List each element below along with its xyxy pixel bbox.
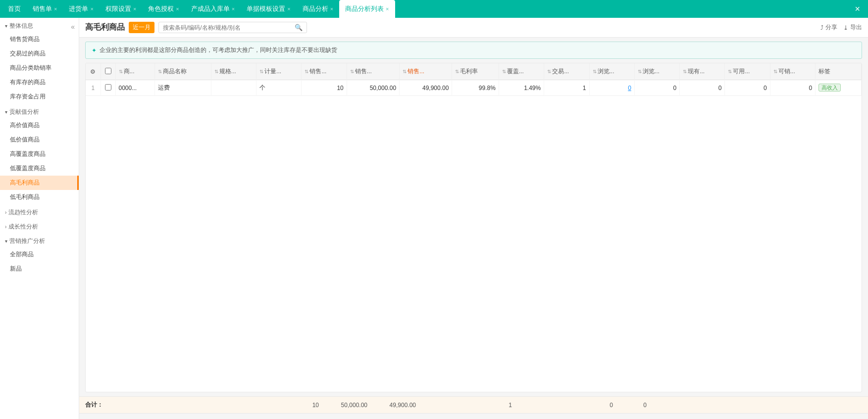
row-sales-amount: 50,000.00 bbox=[347, 80, 399, 96]
horizontal-scrollbar[interactable] bbox=[79, 413, 868, 419]
col-sales-amount[interactable]: ⇅销售... bbox=[347, 63, 399, 80]
nav-close-role-auth[interactable]: × bbox=[176, 6, 179, 12]
row-checkbox[interactable] bbox=[105, 84, 111, 91]
footer-sales-profit: 49,900.00 bbox=[371, 402, 416, 409]
nav-right: × bbox=[849, 4, 866, 14]
col-spec[interactable]: ⇅规格... bbox=[211, 63, 256, 80]
row-coverage: 1.49% bbox=[499, 80, 544, 96]
nav-close-product-inbound[interactable]: × bbox=[232, 6, 235, 12]
nav-permissions[interactable]: 权限设置 × bbox=[100, 0, 142, 18]
row-index: 1 bbox=[86, 80, 101, 96]
sidebar-collapse-button[interactable]: « bbox=[69, 22, 77, 32]
sidebar-item-in-stock-goods[interactable]: 有库存的商品 bbox=[0, 75, 79, 90]
search-box[interactable]: 🔍 bbox=[158, 22, 307, 33]
nav-close-template-settings[interactable]: × bbox=[287, 6, 290, 12]
search-icon[interactable]: 🔍 bbox=[295, 24, 303, 31]
sidebar-group-trend[interactable]: › 流趋性分析 bbox=[0, 204, 79, 219]
nav-product-analysis[interactable]: 商品分析 × bbox=[297, 0, 339, 18]
col-coverage[interactable]: ⇅覆盖... bbox=[499, 63, 544, 80]
settings-icon[interactable]: ⚙ bbox=[90, 68, 96, 75]
share-button[interactable]: ⤴ 分享 bbox=[820, 23, 837, 32]
time-filter-button[interactable]: 近一月 bbox=[129, 22, 154, 33]
row-current-stock: 0 bbox=[680, 80, 725, 96]
col-browse1[interactable]: ⇅浏览... bbox=[589, 63, 634, 80]
nav-purchase[interactable]: 进货单 × bbox=[63, 0, 99, 18]
nav-close-sales[interactable]: × bbox=[54, 6, 57, 12]
sidebar-item-high-coverage[interactable]: 高覆盖度商品 bbox=[0, 147, 79, 161]
nav-close-purchase[interactable]: × bbox=[90, 6, 93, 12]
sidebar-item-stock-capital[interactable]: 库存资金占用 bbox=[0, 90, 79, 104]
sidebar-item-category-sales-rate[interactable]: 商品分类助销率 bbox=[0, 61, 79, 75]
col-available-stock[interactable]: ⇅可用... bbox=[725, 63, 770, 80]
arrow-down-icon: ▾ bbox=[5, 23, 7, 29]
table-header-row: ⚙ ⇅商... ⇅商品名称 ⇅规格... ⇅计量... ⇅销售... ⇅销售..… bbox=[86, 63, 862, 80]
sidebar-item-high-value[interactable]: 高价值商品 bbox=[0, 118, 79, 133]
row-name: 运费 bbox=[155, 80, 211, 96]
col-current-stock[interactable]: ⇅现有... bbox=[680, 63, 725, 80]
sidebar-item-new-goods[interactable]: 新品 bbox=[0, 262, 79, 276]
nav-sales[interactable]: 销售单 × bbox=[27, 0, 63, 18]
info-icon: ✦ bbox=[92, 47, 97, 54]
col-settings[interactable]: ⚙ bbox=[86, 63, 101, 80]
col-checkbox[interactable] bbox=[101, 63, 115, 80]
row-code: 0000... bbox=[115, 80, 155, 96]
sidebar-item-low-margin[interactable]: 低毛利商品 bbox=[0, 190, 79, 204]
row-tag: 高收入 bbox=[816, 80, 862, 96]
content-header: 高毛利商品 近一月 🔍 ⤴ 分享 ⤓ 导出 bbox=[79, 18, 868, 38]
sidebar-item-low-value[interactable]: 低价值商品 bbox=[0, 133, 79, 147]
footer-available-stock: 0 bbox=[617, 402, 647, 409]
col-gross-margin[interactable]: ⇅毛利率 bbox=[452, 63, 499, 80]
sidebar: « ▾ 整体信息 销售货商品 交易过的商品 商品分类助销率 有库存的商品 库存资… bbox=[0, 18, 79, 419]
data-table-container[interactable]: ⚙ ⇅商... ⇅商品名称 ⇅规格... ⇅计量... ⇅销售... ⇅销售..… bbox=[85, 63, 862, 392]
info-text: 企业的主要的利润都是这部分商品创造的，可考虑加大推广，同时关注库存是不要出现缺货 bbox=[100, 46, 337, 54]
sidebar-group-growth[interactable]: › 成长性分析 bbox=[0, 219, 79, 233]
select-all-checkbox[interactable] bbox=[105, 68, 111, 74]
col-sellable-stock[interactable]: ⇅可销... bbox=[770, 63, 815, 80]
sidebar-item-sales-goods[interactable]: 销售货商品 bbox=[0, 32, 79, 47]
nav-close-permissions[interactable]: × bbox=[133, 6, 136, 12]
col-code[interactable]: ⇅商... bbox=[115, 63, 155, 80]
row-sellable-stock: 0 bbox=[770, 80, 815, 96]
col-unit[interactable]: ⇅计量... bbox=[256, 63, 302, 80]
nav-close-product-analysis-list[interactable]: × bbox=[386, 6, 389, 12]
sidebar-group-marketing[interactable]: ▾ 营销推广分析 bbox=[0, 233, 79, 247]
nav-product-inbound[interactable]: 产成品入库单 × bbox=[185, 0, 241, 18]
nav-close-product-analysis[interactable]: × bbox=[330, 6, 333, 12]
sidebar-item-low-coverage[interactable]: 低覆盖度商品 bbox=[0, 161, 79, 176]
export-button[interactable]: ⤓ 导出 bbox=[843, 23, 862, 32]
export-icon: ⤓ bbox=[843, 24, 848, 31]
data-table: ⚙ ⇅商... ⇅商品名称 ⇅规格... ⇅计量... ⇅销售... ⇅销售..… bbox=[86, 63, 862, 96]
col-transaction[interactable]: ⇅交易... bbox=[544, 63, 589, 80]
col-browse2[interactable]: ⇅浏览... bbox=[634, 63, 679, 80]
search-input[interactable] bbox=[163, 24, 295, 31]
table-row: 1 0000... 运费 个 10 50,000.00 49,900.00 99… bbox=[86, 80, 862, 96]
footer-transaction: 1 bbox=[487, 402, 512, 409]
sidebar-item-traded-goods[interactable]: 交易过的商品 bbox=[0, 47, 79, 61]
footer-sales-amount: 50,000.00 bbox=[323, 402, 367, 409]
row-spec bbox=[211, 80, 256, 96]
arrow-right-icon-2: › bbox=[5, 224, 6, 230]
row-browse2: 0 bbox=[634, 80, 679, 96]
col-sales-profit[interactable]: ⇅销售... bbox=[400, 63, 452, 80]
col-name[interactable]: ⇅商品名称 bbox=[155, 63, 211, 80]
col-tag: 标签 bbox=[816, 63, 862, 80]
page-title: 高毛利商品 bbox=[85, 22, 125, 33]
nav-template-settings[interactable]: 单据模板设置 × bbox=[241, 0, 296, 18]
nav-product-analysis-list[interactable]: 商品分析列表 × bbox=[339, 0, 395, 18]
row-browse1[interactable]: 0 bbox=[589, 80, 634, 96]
sidebar-item-high-margin[interactable]: 高毛利商品 bbox=[0, 176, 79, 190]
sidebar-item-all-goods[interactable]: 全部商品 bbox=[0, 247, 79, 262]
row-checkbox-cell[interactable] bbox=[101, 80, 115, 96]
footer-label: 合计： bbox=[85, 401, 103, 409]
row-available-stock: 0 bbox=[725, 80, 770, 96]
main-layout: « ▾ 整体信息 销售货商品 交易过的商品 商品分类助销率 有库存的商品 库存资… bbox=[0, 18, 868, 419]
sidebar-group-overall[interactable]: ▾ 整体信息 bbox=[0, 18, 79, 32]
nav-role-auth[interactable]: 角色授权 × bbox=[142, 0, 185, 18]
sidebar-group-contribution[interactable]: ▾ 贡献值分析 bbox=[0, 104, 79, 118]
row-unit: 个 bbox=[256, 80, 302, 96]
window-close-button[interactable]: × bbox=[849, 4, 866, 14]
col-sales-qty[interactable]: ⇅销售... bbox=[302, 63, 347, 80]
tag-badge: 高收入 bbox=[818, 84, 841, 92]
row-sales-profit: 49,900.00 bbox=[400, 80, 452, 96]
nav-home[interactable]: 首页 bbox=[2, 0, 27, 18]
